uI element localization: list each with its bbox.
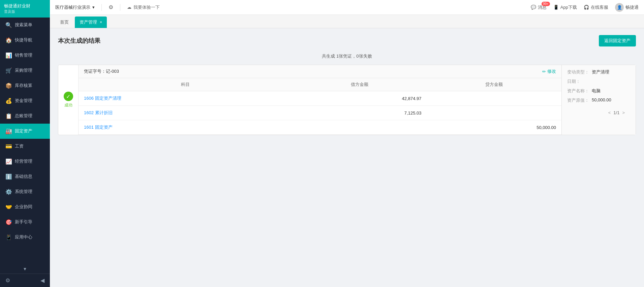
ledger-icon: 📋 <box>5 113 11 119</box>
basic-info-icon: ℹ️ <box>5 173 11 180</box>
message-icon: 💬 <box>531 5 536 10</box>
main-area: 医疗器械行业演示 ▾ ⚙ ☁ 我要体验一下 💬 消息 99+ 📱 App下载 🎧… <box>50 0 644 287</box>
tab-home[interactable]: 首页 <box>55 17 73 28</box>
search-icon: 🔍 <box>5 22 11 28</box>
experience-label: 我要体验一下 <box>133 4 160 10</box>
sidebar-item-label: 新手引导 <box>15 219 32 225</box>
table-row: 1606 固定资产清理 42,874.97 <box>79 91 561 106</box>
sidebar-item-quicknav[interactable]: 🏠 快捷导航 <box>0 33 50 48</box>
voucher-number: 凭证字号：记-003 <box>84 68 119 74</box>
sidebar-scroll-down[interactable]: ▼ <box>0 264 50 274</box>
collapse-icon[interactable]: ◀ <box>40 277 44 284</box>
avatar: 👤 <box>615 3 624 12</box>
sidebar-item-operations[interactable]: 📈 经营管理 <box>0 154 50 169</box>
inventory-icon: 📦 <box>5 83 11 89</box>
topbar-divider <box>101 4 102 11</box>
sidebar-item-purchase[interactable]: 🛒 采购管理 <box>0 63 50 78</box>
sidebar-item-label: 快捷导航 <box>15 37 32 43</box>
edit-icon: ✏ <box>542 69 546 74</box>
sidebar-item-funds[interactable]: 💰 资金管理 <box>0 93 50 108</box>
page-indicator: 1/1 <box>613 110 619 115</box>
username-label: 畅捷通 <box>625 4 639 10</box>
tab-home-label: 首页 <box>60 20 69 25</box>
sidebar-item-label: 固定资产 <box>15 128 32 134</box>
sidebar-item-basic-info[interactable]: ℹ️ 基础信息 <box>0 169 50 184</box>
sidebar-item-label: 系统管理 <box>15 189 32 195</box>
sidebar-item-label: 库存核算 <box>15 83 32 89</box>
return-button[interactable]: 返回固定资产 <box>599 35 636 46</box>
tab-close-icon[interactable]: × <box>100 20 102 25</box>
asset-name-value: 电脑 <box>592 88 601 94</box>
topbar-right: 💬 消息 99+ 📱 App下载 🎧 在线客服 👤 畅捷通 <box>531 3 639 12</box>
sidebar-item-inventory[interactable]: 📦 库存核算 <box>0 78 50 93</box>
debit-amount <box>292 120 427 135</box>
home-icon: 🏠 <box>5 37 11 43</box>
sidebar-item-newbie[interactable]: 🎯 新手引导 <box>0 215 50 230</box>
asset-name-row: 资产名称： 电脑 <box>567 88 630 94</box>
debit-amount: 42,874.97 <box>292 91 427 106</box>
col-credit: 贷方金额 <box>427 78 561 91</box>
original-value-label: 资产原值： <box>567 97 589 103</box>
sidebar-item-salary[interactable]: 💳 工资 <box>0 139 50 154</box>
sidebar-item-system[interactable]: ⚙️ 系统管理 <box>0 184 50 199</box>
voucher-table: 科目 借方金额 贷方金额 1606 固定资产清理 42,874.97 1602 … <box>79 78 561 135</box>
user-menu[interactable]: 👤 畅捷通 <box>615 3 639 12</box>
sidebar-footer: ⚙ ◀ <box>0 274 50 287</box>
next-page-button[interactable]: > <box>622 110 625 115</box>
app-center-icon: 📱 <box>5 234 11 241</box>
online-service-button[interactable]: 🎧 在线客服 <box>584 4 608 10</box>
sidebar-item-app-center[interactable]: 📱 应用中心 <box>0 230 50 245</box>
asset-name-label: 资产名称： <box>567 88 589 94</box>
funds-icon: 💰 <box>5 98 11 104</box>
edit-label: 修改 <box>547 68 556 74</box>
voucher-header: 凭证字号：记-003 ✏ 修改 <box>79 65 561 78</box>
edit-button[interactable]: ✏ 修改 <box>542 68 556 74</box>
debit-amount: 7,125.03 <box>292 106 427 120</box>
status-column: ✓ 成功 <box>58 65 79 135</box>
sidebar-item-label: 基础信息 <box>15 173 32 180</box>
fixed-assets-icon: 🏭 <box>5 128 11 134</box>
table-row: 1601 固定资产 50,000.00 <box>79 120 561 135</box>
sidebar-item-search[interactable]: 🔍 搜索菜单 <box>0 18 50 33</box>
enterprise-icon: 🤝 <box>5 204 11 210</box>
topbar-divider2 <box>120 4 120 11</box>
subject-link[interactable]: 1602 累计折旧 <box>84 110 113 115</box>
voucher-section: ✓ 成功 凭证字号：记-003 ✏ 修改 科目 借 <box>58 65 636 135</box>
messages-button[interactable]: 💬 消息 99+ <box>531 4 547 10</box>
change-type-row: 变动类型： 资产清理 <box>567 69 630 75</box>
sidebar-logo-text: 畅捷通好业财 <box>4 3 30 9</box>
tab-asset-management[interactable]: 资产管理 × <box>75 17 107 28</box>
sidebar-menu: 🔍 搜索菜单 🏠 快捷导航 📊 销售管理 🛒 采购管理 📦 库存核算 💰 资金管… <box>0 18 50 264</box>
company-name: 医疗器械行业演示 <box>55 4 90 10</box>
sales-icon: 📊 <box>5 52 11 59</box>
experience-button[interactable]: ☁ 我要体验一下 <box>127 4 160 10</box>
prev-page-button[interactable]: < <box>608 110 611 115</box>
system-icon: ⚙️ <box>5 189 11 195</box>
sidebar-item-sales[interactable]: 📊 销售管理 <box>0 48 50 63</box>
credit-amount <box>427 91 561 106</box>
topbar: 医疗器械行业演示 ▾ ⚙ ☁ 我要体验一下 💬 消息 99+ 📱 App下载 🎧… <box>50 0 644 15</box>
online-service-label: 在线客服 <box>591 4 608 10</box>
credit-amount: 50,000.00 <box>427 120 561 135</box>
sidebar-item-fixed-assets[interactable]: 🏭 固定资产 <box>0 124 50 139</box>
sidebar-item-label: 搜索菜单 <box>15 22 32 28</box>
topbar-settings-icon[interactable]: ⚙ <box>109 4 113 10</box>
salary-icon: 💳 <box>5 143 11 150</box>
tabs-bar: 首页 资产管理 × <box>50 15 644 28</box>
sidebar-item-ledger[interactable]: 📋 总账管理 <box>0 108 50 124</box>
sidebar-item-enterprise[interactable]: 🤝 企业协同 <box>0 199 50 215</box>
purchase-icon: 🛒 <box>5 67 11 74</box>
original-value-row: 资产原值： 50,000.00 <box>567 97 630 103</box>
sidebar-item-label: 经营管理 <box>15 158 32 164</box>
checkmark-icon: ✓ <box>66 93 70 100</box>
table-row: 1602 累计折旧 7,125.03 <box>79 106 561 120</box>
subject-link[interactable]: 1606 固定资产清理 <box>84 96 121 101</box>
subject-link[interactable]: 1601 固定资产 <box>84 125 113 130</box>
service-icon: 🎧 <box>584 5 589 10</box>
change-type-label: 变动类型： <box>567 69 589 75</box>
settings-icon[interactable]: ⚙ <box>5 277 10 284</box>
company-selector[interactable]: 医疗器械行业演示 ▾ <box>55 4 95 10</box>
company-dropdown-icon: ▾ <box>92 5 95 10</box>
content-area: 本次生成的结果 返回固定资产 共生成 1张凭证，0张失败 ✓ 成功 凭证字号：记… <box>50 28 644 287</box>
app-download-button[interactable]: 📱 App下载 <box>553 4 577 10</box>
